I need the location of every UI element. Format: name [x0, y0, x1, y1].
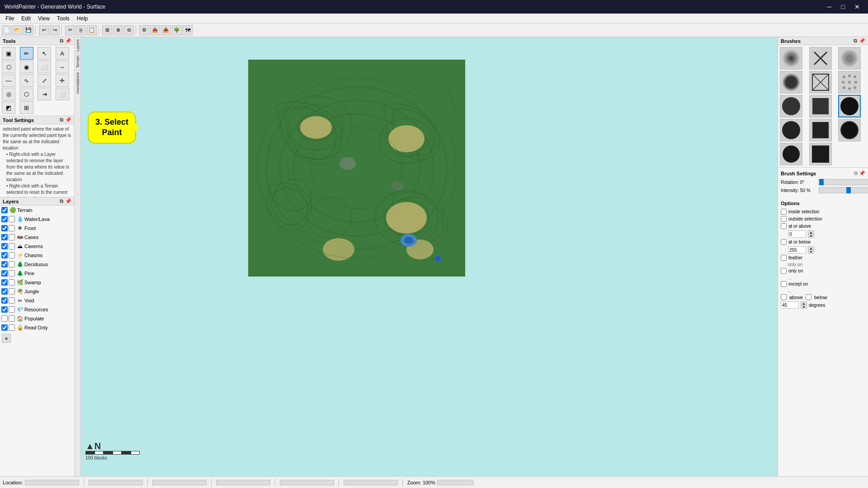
tool-curve[interactable]: ∿	[20, 74, 33, 87]
brush-item-2[interactable]	[809, 47, 832, 70]
layer-solo-caves[interactable]	[9, 234, 15, 240]
layer-check-caves[interactable]	[1, 234, 8, 240]
option-at-or-below-check[interactable]	[781, 239, 787, 245]
tb-open[interactable]: 📂	[13, 25, 23, 35]
menu-view[interactable]: View	[34, 14, 53, 23]
side-tab-layers[interactable]: Layers	[75, 37, 80, 53]
brush-item-8[interactable]	[809, 95, 832, 117]
tool-arrow[interactable]: ⇥	[38, 88, 51, 100]
tool-rect[interactable]: ⬜	[38, 61, 51, 73]
brush-item-13[interactable]	[780, 143, 802, 165]
tool-select[interactable]: ⬜	[56, 88, 69, 100]
option-at-or-below-value[interactable]	[788, 246, 806, 253]
tool-hex[interactable]: ⬡	[20, 88, 33, 100]
brush-item-7[interactable]	[780, 95, 802, 117]
layer-solo-caverns[interactable]	[9, 243, 15, 249]
layer-solo-pine[interactable]	[9, 270, 15, 277]
tool-copy[interactable]: ◩	[2, 101, 15, 114]
tool-text[interactable]: A	[56, 47, 69, 60]
option-below-check[interactable]	[806, 294, 811, 300]
tb-save[interactable]: 💾	[24, 25, 33, 35]
tool-settings-float-icon[interactable]: ⧉	[60, 117, 63, 123]
layer-check-chasms[interactable]	[1, 252, 8, 258]
layer-check-swamp[interactable]	[1, 279, 8, 286]
layer-row-water[interactable]: 💧 Water/Lava	[0, 215, 74, 224]
brush-item-11[interactable]	[809, 119, 832, 141]
layer-solo-frost[interactable]	[9, 225, 15, 231]
layer-row-caves[interactable]: 🦇 Caves	[0, 233, 74, 242]
option-at-or-above-check[interactable]	[781, 223, 787, 229]
tool-line[interactable]: —	[2, 74, 15, 87]
layer-row-void[interactable]: ∞ Void	[0, 296, 74, 305]
option-above-check[interactable]	[781, 294, 787, 300]
layer-row-populate[interactable]: 🏠 Populate	[0, 314, 74, 323]
at-or-below-spin-down[interactable]: ▼	[808, 250, 814, 253]
tb-redo[interactable]: ↪	[50, 25, 60, 35]
layers-float-icon[interactable]: ⧉	[60, 198, 63, 204]
maximize-button[interactable]: □	[838, 2, 849, 11]
layer-solo-resources[interactable]	[9, 306, 15, 313]
brush-item-6[interactable]	[838, 71, 861, 94]
layer-solo-swamp[interactable]	[9, 279, 15, 286]
option-at-or-above-value[interactable]	[788, 230, 806, 238]
layer-check-jungle[interactable]	[1, 288, 8, 295]
layer-row-terrain[interactable]: 🟢 Terrain	[0, 206, 74, 215]
tools-float-icon[interactable]: ⧉	[60, 38, 63, 44]
tb-new[interactable]: 📄	[2, 25, 12, 35]
tb-copy[interactable]: ⎘	[76, 25, 86, 35]
layer-row-swamp[interactable]: 🌿 Swamp	[0, 278, 74, 287]
tb-zoom-fit[interactable]: ⊞	[102, 25, 112, 35]
brush-item-3[interactable]	[838, 47, 861, 70]
tool-pencil[interactable]: ✏	[20, 47, 33, 60]
option-degrees-value[interactable]	[781, 301, 799, 309]
tool-resize[interactable]: ⤢	[38, 74, 51, 87]
degrees-spin-down[interactable]: ▼	[801, 305, 807, 309]
option-outside-selection-check[interactable]	[781, 216, 787, 222]
brush-item-9[interactable]	[838, 95, 861, 117]
tool-cursor[interactable]: ↖	[38, 47, 51, 60]
menu-help[interactable]: Help	[73, 14, 92, 23]
tool-cross[interactable]: ✛	[56, 74, 69, 87]
layer-check-water[interactable]	[1, 216, 8, 222]
tool-settings-pin-icon[interactable]: 📌	[65, 117, 71, 123]
brush-item-14[interactable]	[809, 143, 832, 165]
menu-tools[interactable]: Tools	[53, 14, 73, 23]
brush-item-4[interactable]	[780, 71, 802, 94]
at-or-below-spin-up[interactable]: ▲	[808, 246, 814, 250]
at-or-above-spin-up[interactable]: ▲	[808, 230, 814, 234]
layer-row-deciduous[interactable]: 🌲 Deciduous	[0, 260, 74, 269]
side-tab-terrain[interactable]: Terrain	[75, 53, 80, 70]
brush-item-10[interactable]	[780, 119, 802, 141]
minimize-button[interactable]: ─	[824, 2, 835, 11]
layer-solo-chasms[interactable]	[9, 252, 15, 258]
layer-row-readonly[interactable]: 🔒 Read Only	[0, 323, 74, 332]
option-feather-check[interactable]	[781, 255, 787, 261]
tool-grid[interactable]: ⊞	[20, 101, 33, 114]
option-only-on-check[interactable]	[781, 268, 787, 274]
intensity-slider[interactable]	[819, 187, 868, 193]
tb-cut[interactable]: ✂	[65, 25, 75, 35]
layer-solo-deciduous[interactable]	[9, 261, 15, 267]
layer-check-frost[interactable]	[1, 225, 8, 231]
canvas-area[interactable]: 3. SelectPaint	[81, 37, 778, 476]
layer-solo-jungle[interactable]	[9, 288, 15, 295]
layer-check-deciduous[interactable]	[1, 261, 8, 267]
option-except-on-check[interactable]	[781, 281, 787, 287]
tb-tree[interactable]: 🌳	[172, 25, 182, 35]
tb-settings[interactable]: ⚙	[139, 25, 149, 35]
degrees-spin-up[interactable]: ▲	[801, 301, 807, 305]
brush-item-12[interactable]	[838, 119, 861, 141]
tb-import[interactable]: 📥	[161, 25, 171, 35]
layer-check-resources[interactable]	[1, 306, 8, 313]
tool-move[interactable]: ↔	[56, 61, 69, 73]
layer-row-frost[interactable]: ❄ Frost	[0, 224, 74, 233]
layer-row-chasms[interactable]: ⚡ Chasms	[0, 251, 74, 260]
tool-paint[interactable]: ▣	[2, 47, 15, 60]
at-or-above-spin-down[interactable]: ▼	[808, 234, 814, 238]
layer-add-button[interactable]: +	[2, 334, 11, 343]
layer-row-jungle[interactable]: 🌴 Jungle	[0, 287, 74, 296]
tb-zoom-out[interactable]: ⊖	[124, 25, 134, 35]
layer-row-pine[interactable]: 🌲 Pine	[0, 269, 74, 278]
brushes-float-icon[interactable]: ⧉	[854, 38, 857, 44]
menu-edit[interactable]: Edit	[18, 14, 34, 23]
